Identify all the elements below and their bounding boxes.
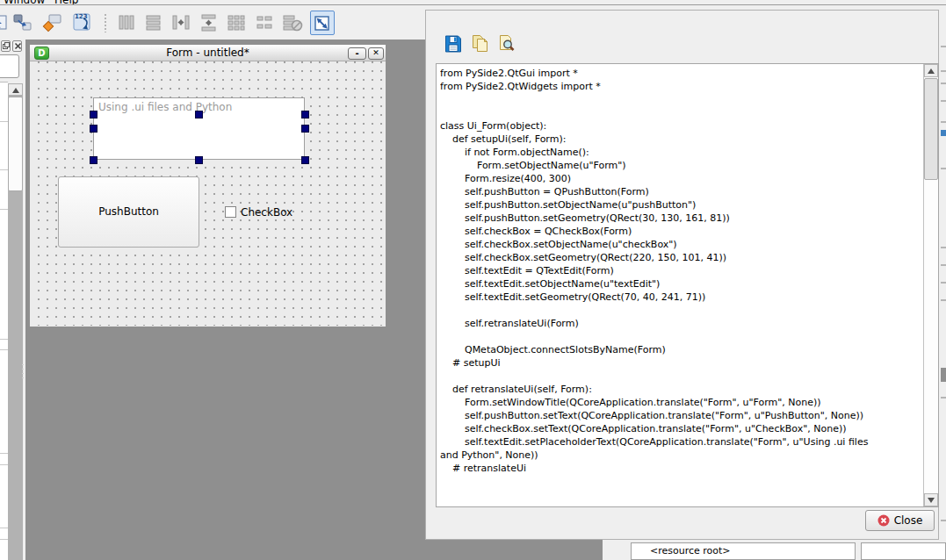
- pushbutton-widget[interactable]: PushButton: [58, 176, 199, 248]
- lay-out-horizontally-button[interactable]: [115, 11, 138, 35]
- lay-out-in-a-grid-button[interactable]: [225, 11, 248, 35]
- find-icon-button[interactable]: [496, 33, 519, 56]
- widget-box-dock: [0, 39, 25, 560]
- up-arrow-icon: [12, 88, 19, 93]
- resize-handle-top-left[interactable]: [90, 111, 97, 118]
- widget-box-list: [0, 82, 8, 560]
- code-scroll-thumb[interactable]: [924, 78, 938, 180]
- resize-handle-bottom-right[interactable]: [301, 156, 309, 164]
- resize-handle-bottom[interactable]: [195, 156, 203, 164]
- scrollbar-up-arrow[interactable]: [8, 83, 23, 96]
- designer-form-icon: D: [34, 47, 49, 60]
- form-window-titlebar[interactable]: D Form - untitled* - ✕: [30, 45, 386, 61]
- resize-handle-right[interactable]: [301, 125, 309, 133]
- resource-side-panel[interactable]: [861, 542, 946, 560]
- form-window-title: Form - untitled*: [166, 47, 249, 59]
- resource-browser-dock: <resource root>: [603, 540, 946, 560]
- menu-help[interactable]: Help: [54, 0, 78, 5]
- copy-icon: [470, 41, 491, 58]
- right-panel-sliver: [939, 10, 946, 540]
- lay-out-in-a-form-layout-button[interactable]: [253, 11, 276, 35]
- code-scroll-up-arrow[interactable]: [924, 64, 938, 77]
- edit-widgets-button[interactable]: [0, 11, 10, 35]
- widget-filter-input[interactable]: [0, 54, 19, 78]
- save-icon: [443, 41, 464, 58]
- copy-icon-button[interactable]: [470, 33, 493, 56]
- form-designer-window: D Form - untitled* - ✕ Using .ui files a…: [29, 44, 386, 327]
- save-button[interactable]: [443, 33, 466, 56]
- dock-float-button[interactable]: [1, 40, 11, 52]
- dock-close-button[interactable]: [12, 40, 22, 52]
- checkbox-indicator[interactable]: [225, 206, 236, 218]
- form-minimize-button[interactable]: -: [348, 47, 366, 60]
- code-lines: from PySide2.QtGui import *from PySide2.…: [440, 67, 921, 505]
- resource-tree[interactable]: <resource root>: [631, 542, 856, 560]
- resize-handle-top-right[interactable]: [301, 111, 309, 118]
- form-canvas[interactable]: Using .ui files and Python PushButton Ch…: [31, 61, 385, 326]
- down-arrow-icon: [928, 498, 935, 503]
- dock-splitter-handle[interactable]: [22, 363, 24, 382]
- resize-handle-bottom-left[interactable]: [90, 156, 97, 164]
- lay-out-vertically-in-splitter-button[interactable]: [198, 11, 220, 35]
- form-close-button[interactable]: ✕: [368, 47, 384, 60]
- tab-order-123-label: 123: [75, 13, 88, 20]
- scrollbar-thumb[interactable]: [8, 97, 23, 191]
- widget-box-scrollbar[interactable]: [8, 83, 23, 560]
- close-button-label: Close: [894, 514, 923, 527]
- resize-handle-left[interactable]: [90, 125, 97, 133]
- find-icon: [496, 41, 517, 58]
- checkbox-widget[interactable]: CheckBox: [225, 194, 314, 230]
- menu-window[interactable]: Window: [4, 0, 45, 5]
- qt-designer-window: Window Help 123: [0, 0, 946, 560]
- edit-tab-order-button[interactable]: 123: [71, 11, 94, 35]
- code-scroll-down-arrow[interactable]: [924, 493, 938, 506]
- menu-bar: Window Help: [0, 0, 946, 5]
- resize-handle-top[interactable]: [195, 111, 203, 118]
- textedit-widget[interactable]: Using .ui files and Python: [93, 97, 305, 160]
- checkbox-label: CheckBox: [241, 206, 292, 219]
- toolbar-separator: [105, 13, 106, 32]
- break-layout-button[interactable]: [280, 11, 307, 35]
- up-arrow-icon: [928, 68, 935, 74]
- close-red-icon: [877, 514, 890, 527]
- lay-out-vertically-button[interactable]: [142, 11, 165, 35]
- edit-signals-slots-button[interactable]: [11, 11, 34, 35]
- lay-out-horizontally-in-splitter-button[interactable]: [170, 11, 192, 35]
- resource-root-item[interactable]: <resource root>: [650, 545, 731, 556]
- python-code-view[interactable]: from PySide2.QtGui import *from PySide2.…: [436, 63, 939, 507]
- adjust-size-button[interactable]: [310, 11, 335, 35]
- code-scrollbar[interactable]: [923, 64, 938, 506]
- close-button[interactable]: Close: [865, 510, 935, 531]
- edit-buddies-button[interactable]: [41, 11, 64, 35]
- view-python-code-dialog: from PySide2.QtGui import *from PySide2.…: [425, 10, 939, 540]
